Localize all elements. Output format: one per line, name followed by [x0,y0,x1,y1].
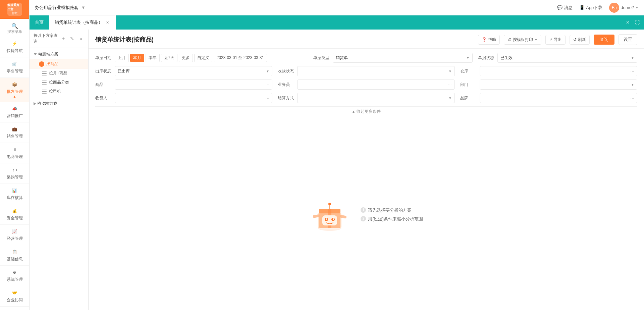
filter-date: 单据日期 上月 本月 本年 近7天 更多 自定义 2023-03-01 至 20… [95,54,308,62]
department-control[interactable]: ▼ [480,80,637,90]
filter-receiver: 收货人 ··· [95,93,272,103]
receipt-status-control[interactable]: ▼ [297,66,455,76]
refresh-btn[interactable]: ↺ 刷新 [570,35,590,45]
export-btn[interactable]: ↗ 导出 [545,35,566,45]
sidebar-item-ops[interactable]: 📈 经营管理 [0,225,30,245]
sidebar-item-finance[interactable]: 💰 资金管理 [0,204,30,225]
help-icon: ❓ [482,37,487,42]
sidebar-item-retail[interactable]: 🛒 零售管理 [0,57,30,78]
date-this-month-btn[interactable]: 本月 [130,54,144,62]
svg-point-17 [326,218,327,220]
product-dots-icon[interactable]: ··· [265,82,269,87]
date-range-display[interactable]: 2023-03-01 至 2023-03-31 [214,54,267,62]
filter-row-2: 出库状态 已出库 ▼ 收款状态 ▼ 仓库 [95,66,637,76]
message-icon: 💬 [557,5,562,10]
product-control[interactable]: ··· [115,80,272,90]
avatar: Ea [609,3,619,13]
sidebar-item-inventory[interactable]: 📊 库存核算 [0,184,30,204]
empty-tips: 1 请先选择要分析的方案 2 用[过滤]条件来缩小分析范围 [361,207,423,222]
solution-item-by-category[interactable]: 按商品分类 [30,78,88,87]
tab-sales-stat[interactable]: 销货单统计表（按商品） ✕ [49,15,116,30]
solution-item-by-month-product[interactable]: 按月+商品 [30,69,88,78]
industry-name: 办公用品行业模拟账套 [35,5,78,11]
sidebar-item-search[interactable]: 🔍 搜索菜单 [0,19,29,37]
ops-icon: 📈 [11,228,18,235]
filter-out-status: 出库状态 已出库 ▼ [95,66,272,76]
collapse-panel-btn[interactable]: « [77,35,84,42]
brand-dots-icon[interactable]: ··· [630,95,634,101]
page-content: 按以下方案查询 ＋ ✎ « 电脑端方案 按商品 [30,30,644,310]
app-download-btn[interactable]: 📱 App下载 [579,5,602,11]
filter-area: 单据日期 上月 本月 本年 近7天 更多 自定义 2023-03-01 至 20… [89,48,644,119]
doc-type-control[interactable]: 销货单 ▼ [333,53,473,63]
date-last-month-btn[interactable]: 上月 [115,54,129,62]
warehouse-control[interactable]: ··· [480,66,637,76]
date-more-btn[interactable]: 更多 [179,54,193,62]
empty-illustration-svg [310,195,350,235]
doc-type-value: 销货单 [336,55,348,61]
tab-close-btn[interactable]: ✕ [105,20,110,25]
department-dropdown-icon: ▼ [631,83,634,87]
sales-icon: 💼 [11,126,18,133]
date-7days-btn[interactable]: 近7天 [161,54,177,62]
sidebar-item-basic[interactable]: 📋 基础信息 [0,245,30,266]
filter-brand: 品牌 ··· [460,93,637,103]
right-panel: 销货单统计表(按商品) ❓ 帮助 🖨 按模板打印 ▼ ↗ 导出 [89,30,644,310]
print-btn[interactable]: 🖨 按模板打印 ▼ [504,35,541,45]
solution-group-mobile: 移动端方案 [30,97,88,110]
sidebar-item-system[interactable]: ⚙ 系统管理 [0,266,30,286]
filter-product: 商品 ··· [95,80,272,90]
filter-row-1: 单据日期 上月 本月 本年 近7天 更多 自定义 2023-03-01 至 20… [95,53,637,63]
warehouse-dots-icon[interactable]: ··· [630,68,634,74]
mobile-group-header[interactable]: 移动端方案 [30,99,88,108]
header-right: 💬 消息 📱 App下载 Ea demo2 ▼ [557,3,639,13]
left-panel-header: 按以下方案查询 ＋ ✎ « [30,30,88,48]
sidebar-item-wholesale[interactable]: 📦 批发管理 ▲ [0,78,30,102]
brand-control[interactable]: ··· [480,93,637,103]
sidebar-item-ecommerce[interactable]: 🖥 电商管理 [0,143,30,163]
sidebar-item-enterprise[interactable]: 🤝 企业协同 [0,286,30,307]
solution-item-by-cashier[interactable]: 按司机 [30,87,88,96]
tip-num-1: 1 [361,207,366,213]
sidebar-item-quick-nav[interactable]: ⚡ 快捷导航 [0,37,30,57]
desktop-group-header[interactable]: 电脑端方案 [30,49,88,59]
salesperson-control[interactable]: ··· [297,80,455,90]
receiver-dots-icon[interactable]: ··· [265,95,269,101]
sidebar-item-marketing[interactable]: 📣 营销推广 [0,102,30,122]
doc-status-control[interactable]: 已生效 ▼ [497,53,637,63]
filter-receipt-status: 收款状态 ▼ [278,66,455,76]
ecommerce-icon: 🖥 [11,146,18,153]
receiver-control[interactable]: ··· [115,93,272,103]
date-this-year-btn[interactable]: 本年 [146,54,160,62]
out-status-value: 已出库 [118,68,130,74]
close-window-btn[interactable]: ✕ [624,18,632,27]
app-logo[interactable]: 畅捷通好生意 标版 [0,0,30,19]
sidebar-item-purchase[interactable]: 🏷 采购管理 [0,163,30,184]
user-menu[interactable]: Ea demo2 ▼ [609,3,639,13]
date-custom-btn[interactable]: 自定义 [194,54,212,62]
empty-tip-2: 2 用[过滤]条件来缩小分析范围 [361,216,423,222]
out-status-control[interactable]: 已出库 ▼ [115,66,272,76]
tab-home[interactable]: 首页 [30,15,49,30]
settlement-control[interactable]: ▼ [297,93,455,103]
add-solution-btn[interactable]: ＋ [60,35,67,42]
help-btn[interactable]: ❓ 帮助 [478,35,500,45]
department-label: 部门 [460,82,477,88]
maximize-window-btn[interactable]: ⛶ [633,18,641,27]
salesperson-dots-icon[interactable]: ··· [448,82,452,87]
solution-item-by-product[interactable]: 按商品 [30,59,88,69]
header-dropdown-icon[interactable]: ▼ [81,5,86,10]
receiver-label: 收货人 [95,95,112,101]
query-btn[interactable]: 查询 [594,35,614,45]
message-btn[interactable]: 💬 消息 [557,5,573,11]
edit-solution-btn[interactable]: ✎ [69,35,75,42]
empty-state: 1 请先选择要分析的方案 2 用[过滤]条件来缩小分析范围 [89,119,644,310]
sidebar-item-sales[interactable]: 💼 销售管理 [0,122,30,143]
settings-btn[interactable]: 设置 [619,34,637,45]
collapse-btn[interactable]: ▲ 收起更多条件 [95,106,637,116]
date-label: 单据日期 [95,55,112,61]
sub-icon-1 [42,71,47,76]
doc-type-label: 单据类型 [313,55,330,61]
sidebar-item-guide[interactable]: 🌟 新手引导 [0,307,30,310]
left-panel: 按以下方案查询 ＋ ✎ « 电脑端方案 按商品 [30,30,89,310]
